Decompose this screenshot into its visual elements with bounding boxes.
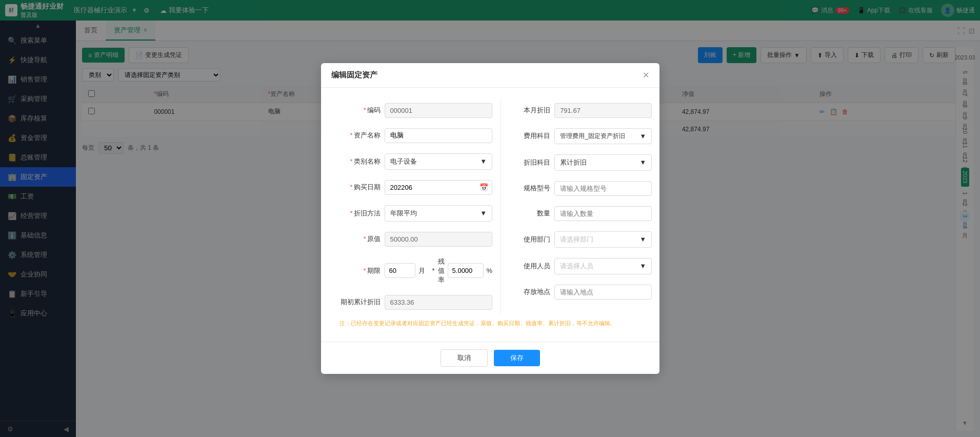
modal-body: *编码 *资产名称 *类别名称 bbox=[321, 88, 659, 342]
code-input[interactable] bbox=[385, 103, 493, 118]
expense-account-value: 管理费用_固定资产折旧 bbox=[560, 132, 625, 141]
dept-label: 使用部门 bbox=[509, 235, 550, 244]
dropdown-arrow2: ▼ bbox=[480, 209, 487, 217]
form-left: *编码 *资产名称 *类别名称 bbox=[331, 98, 501, 315]
period-unit: 月 bbox=[418, 266, 425, 275]
dep-method-value: 年限平均 bbox=[390, 209, 417, 218]
modal-overlay: 编辑固定资产 ✕ *编码 *资产名称 bbox=[0, 0, 980, 437]
form-right: 本月折旧 费用科目 管理费用_固定资产折旧 ▼ bbox=[501, 98, 659, 315]
form-row-dep-method: *折旧方法 年限平均 ▼ bbox=[331, 200, 501, 227]
spec-input[interactable] bbox=[554, 181, 652, 196]
form-row-period: *期限 月 * 残值率 % bbox=[331, 252, 501, 290]
person-label: 使用人员 bbox=[509, 262, 550, 271]
form-row-initial-dep: 期初累计折旧 bbox=[331, 290, 501, 315]
original-value-input[interactable] bbox=[385, 232, 493, 247]
form-row-purchase-date: *购买日期 📅 bbox=[331, 175, 501, 200]
name-label: *资产名称 bbox=[339, 131, 381, 140]
dep-account-dropdown[interactable]: 累计折旧 ▼ bbox=[554, 154, 652, 171]
modal-footer: 取消 保存 bbox=[321, 342, 659, 374]
spec-label: 规格型号 bbox=[509, 184, 550, 193]
form-row-category: *类别名称 电子设备 ▼ bbox=[331, 148, 501, 175]
save-button[interactable]: 保存 bbox=[494, 350, 540, 366]
dropdown-arrow6: ▼ bbox=[639, 262, 646, 270]
person-placeholder: 请选择人员 bbox=[560, 262, 593, 271]
initial-dep-label: 期初累计折旧 bbox=[339, 297, 381, 307]
category-value: 电子设备 bbox=[390, 157, 417, 166]
name-input[interactable] bbox=[385, 128, 493, 143]
cancel-button[interactable]: 取消 bbox=[441, 349, 488, 367]
form-row-name: *资产名称 bbox=[331, 123, 501, 148]
dropdown-arrow: ▼ bbox=[480, 157, 487, 165]
purchase-date-input[interactable] bbox=[385, 180, 493, 195]
category-name-label: *类别名称 bbox=[339, 157, 381, 166]
date-input-wrap: 📅 bbox=[385, 180, 493, 195]
monthly-dep-input bbox=[554, 103, 652, 118]
quantity-label: 数量 bbox=[509, 209, 550, 218]
form-row-expense-account: 费用科目 管理费用_固定资产折旧 ▼ bbox=[501, 123, 659, 149]
category-dropdown[interactable]: 电子设备 ▼ bbox=[385, 153, 493, 170]
purchase-date-label: *购买日期 bbox=[339, 183, 381, 192]
modal-title: 编辑固定资产 bbox=[331, 70, 377, 80]
location-input[interactable] bbox=[554, 285, 652, 300]
form-row-code: *编码 bbox=[331, 98, 501, 123]
expense-account-dropdown[interactable]: 管理费用_固定资产折旧 ▼ bbox=[554, 128, 652, 144]
dropdown-arrow5: ▼ bbox=[639, 235, 646, 243]
calendar-icon: 📅 bbox=[479, 183, 488, 191]
dep-account-label: 折旧科目 bbox=[509, 158, 550, 167]
person-dropdown[interactable]: 请选择人员 ▼ bbox=[554, 258, 652, 274]
form-row-original-value: *原值 bbox=[331, 227, 501, 252]
form-row-dept: 使用部门 请选择部门 ▼ bbox=[501, 226, 659, 253]
form-row-location: 存放地点 bbox=[501, 280, 659, 305]
original-value-label: *原值 bbox=[339, 234, 381, 244]
code-label: *编码 bbox=[339, 106, 381, 115]
modal-header: 编辑固定资产 ✕ bbox=[321, 63, 659, 88]
dep-method-label: *折旧方法 bbox=[339, 209, 381, 218]
residual-rate-unit: % bbox=[487, 267, 493, 274]
expense-account-label: 费用科目 bbox=[509, 131, 550, 141]
form-row-spec: 规格型号 bbox=[501, 176, 659, 201]
note-text: 注：已经存在变更记录或者对应固定资产已经生成凭证，原值、购买日期、残值率、累计折… bbox=[331, 315, 649, 332]
form-row-person: 使用人员 请选择人员 ▼ bbox=[501, 253, 659, 280]
dept-placeholder: 请选择部门 bbox=[560, 235, 593, 244]
edit-asset-modal: 编辑固定资产 ✕ *编码 *资产名称 bbox=[321, 63, 659, 374]
modal-close-btn[interactable]: ✕ bbox=[643, 70, 649, 80]
residual-rate-input[interactable] bbox=[448, 263, 484, 278]
location-label: 存放地点 bbox=[509, 287, 550, 296]
form-row-monthly-dep: 本月折旧 bbox=[501, 98, 659, 123]
quantity-input[interactable] bbox=[554, 206, 652, 221]
dept-dropdown[interactable]: 请选择部门 ▼ bbox=[554, 231, 652, 248]
dep-method-dropdown[interactable]: 年限平均 ▼ bbox=[385, 205, 493, 222]
period-input[interactable] bbox=[385, 263, 415, 278]
period-label: *期限 bbox=[339, 266, 381, 275]
dropdown-arrow3: ▼ bbox=[639, 132, 646, 140]
form-row-quantity: 数量 bbox=[501, 201, 659, 226]
dep-account-value: 累计折旧 bbox=[560, 158, 587, 167]
form-grid: *编码 *资产名称 *类别名称 bbox=[331, 98, 649, 315]
form-row-dep-account: 折旧科目 累计折旧 ▼ bbox=[501, 149, 659, 176]
residual-rate-label: 残值率 bbox=[438, 257, 445, 285]
period-group: 月 * 残值率 % bbox=[385, 257, 493, 285]
monthly-dep-label: 本月折旧 bbox=[509, 106, 550, 115]
initial-dep-input[interactable] bbox=[385, 295, 493, 310]
dropdown-arrow4: ▼ bbox=[639, 158, 646, 166]
